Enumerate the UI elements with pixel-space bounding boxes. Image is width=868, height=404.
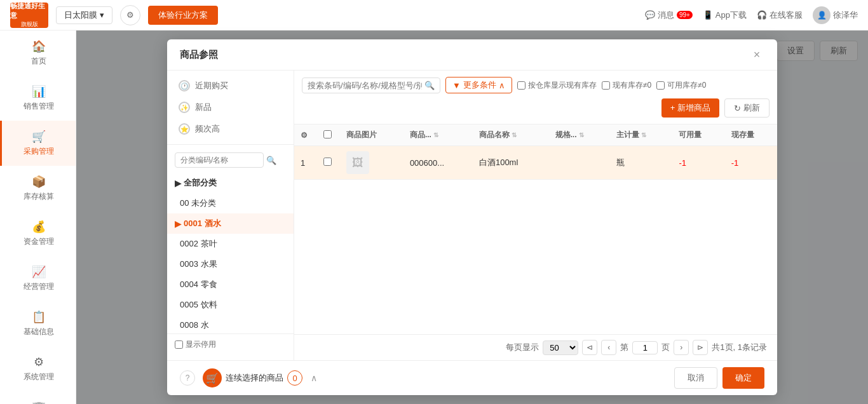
sidebar-item-purchase[interactable]: 🛒 采购管理 [0,121,76,166]
filter-button[interactable]: ▼ 更多条件 ∧ [445,77,512,93]
available-nonzero-checkbox[interactable]: 可用库存≠0 [656,80,706,91]
category-list: ▶ 全部分类 00 未分类 ▶ 0001 酒水 0002 茶 [167,170,294,333]
gear-button[interactable]: ⚙ [120,5,140,25]
logo-text: 畅捷通好生意 [10,1,48,20]
nav-item-label: 近期购买 [195,80,228,91]
cancel-button[interactable]: 取消 [674,367,717,389]
modal-right-panel: 🔍 ▼ 更多条件 ∧ 按仓库显示现有库存 [294,71,777,360]
first-page-button[interactable]: ⊲ [582,340,597,355]
app-download-button[interactable]: 📱 App下载 [703,10,747,21]
table-row[interactable]: 1 🖼 000600... 白酒100ml 瓶 [294,146,777,180]
th-product-name[interactable]: 商品名称 ⇅ [473,125,549,146]
refresh-icon: ↻ [734,104,741,113]
sidebar-item-finance[interactable]: 💰 资金管理 [0,211,76,256]
username: 徐泽华 [833,10,858,21]
product-reference-modal: 商品参照 × 🕐 近期购买 ✨ 新品 [167,39,777,395]
th-unit[interactable]: 主计量 ⇅ [610,125,673,146]
disabled-checkbox-input[interactable] [175,340,183,349]
store-name: 日太阳膜 [64,10,97,21]
per-page-select[interactable]: 50 100 [543,340,578,355]
cart-count: 0 [287,370,302,386]
system-icon: ⚙ [34,355,44,369]
modal-header: 商品参照 × [167,39,777,71]
message-badge: 99+ [677,11,693,19]
help-button[interactable]: ? [180,370,195,386]
row-stock: -1 [725,146,777,180]
frequent-icon: ⭐ [179,123,190,135]
last-page-button[interactable]: ⊳ [693,340,708,355]
confirm-button[interactable]: 确定 [722,367,764,389]
cart-collapse-icon[interactable]: ∧ [306,370,322,386]
per-page-label: 每页显示 [506,342,539,353]
category-search-input[interactable] [175,152,264,168]
refresh-label: 刷新 [743,102,760,114]
cat-item-all[interactable]: ▶ 全部分类 [167,173,294,193]
add-product-button[interactable]: + 新增商品 [661,98,719,118]
nav-item-recent[interactable]: 🕐 近期购买 [172,76,288,96]
sidebar-item-home[interactable]: 🏠 首页 [0,30,76,76]
purchase-icon: 🛒 [32,130,46,144]
cat-item-alcohol[interactable]: ▶ 0001 酒水 [167,213,294,234]
filter-icon: ▼ [452,81,461,90]
nav-item-frequent[interactable]: ⭐ 频次高 [172,119,288,139]
stock-nonzero-checkbox[interactable]: 现有库存≠0 [602,80,651,91]
warehouse-stock-checkbox[interactable]: 按仓库显示现有库存 [517,80,597,91]
sidebar-item-label: 系统管理 [24,372,54,382]
sidebar-item-label: 资金管理 [24,236,54,247]
row-check-input[interactable] [323,158,332,166]
cat-item-snacks[interactable]: 0004 零食 [167,274,294,295]
sidebar-item-operations[interactable]: 📈 经营管理 [0,256,76,301]
sidebar-item-inventory[interactable]: 📦 库存核算 [0,166,76,211]
cat-item-tea[interactable]: 0002 茶叶 [167,234,294,254]
sidebar-item-system[interactable]: ⚙ 系统管理 [0,346,76,391]
th-available: 可用量 [672,125,724,146]
cat-item-fruit[interactable]: 0003 水果 [167,254,294,274]
sidebar-item-basic-info[interactable]: 📋 基础信息 [0,301,76,346]
sidebar-item-sales[interactable]: 📊 销售管理 [0,76,76,121]
modal-close-button[interactable]: × [749,47,764,62]
cat-item-uncategorized[interactable]: 00 未分类 [167,193,294,213]
cat-item-drinks[interactable]: 0005 饮料 [167,295,294,315]
product-image: 🖼 [346,151,369,174]
trial-button[interactable]: 体验行业方案 [148,6,218,25]
message-button[interactable]: 💬 消息 99+ [645,10,693,21]
cart-select-button[interactable]: 🛒 连续选择的商品 0 ∧ [203,368,322,387]
home-icon: 🏠 [32,39,46,53]
th-spec[interactable]: 规格... ⇅ [549,125,610,146]
product-table-wrapper: ⚙ 商品图片 商品... ⇅ 商品名称 ⇅ 规格... ⇅ 主计量 ⇅ 可用量 [294,125,777,334]
refresh-product-button[interactable]: ↻ 刷新 [724,98,770,118]
chevron-down-icon: ▾ [100,10,104,20]
search-icon[interactable]: 🔍 [424,81,435,90]
sidebar-item-label: 销售管理 [24,101,54,112]
product-search-input[interactable] [308,81,422,90]
expand-icon: ▶ [175,178,181,188]
footer-actions: 取消 确定 [674,367,764,389]
select-all-checkbox[interactable] [323,130,332,138]
available-nonzero-input[interactable] [656,81,665,90]
cart-label: 连续选择的商品 [226,372,283,384]
gear-icon: ⚙ [126,10,134,20]
row-product-name: 白酒100ml [473,146,549,180]
th-product-code[interactable]: 商品... ⇅ [403,125,473,146]
online-service-button[interactable]: 🎧 在线客服 [757,10,803,21]
sidebar-item-enterprise[interactable]: 🏢 企业协同 [0,391,76,404]
user-menu[interactable]: 👤 徐泽华 [813,6,858,24]
cat-label: 全部分类 [184,177,217,189]
row-checkbox[interactable] [317,146,340,180]
product-table: ⚙ 商品图片 商品... ⇅ 商品名称 ⇅ 规格... ⇅ 主计量 ⇅ 可用量 [294,125,777,180]
next-page-button[interactable]: › [674,340,689,355]
cat-item-water[interactable]: 0008 水 [167,315,294,333]
show-disabled-checkbox[interactable]: 显示停用 [175,339,216,350]
search-icon[interactable]: 🔍 [266,156,276,165]
nav-item-new[interactable]: ✨ 新品 [172,97,288,118]
warehouse-stock-input[interactable] [517,81,526,90]
prev-page-button[interactable]: ‹ [601,340,616,355]
page-number-input[interactable] [632,341,658,354]
th-product-img: 商品图片 [340,125,403,146]
logo: 畅捷通好生意 旗舰版 [10,3,48,28]
app-label: App下载 [715,10,747,21]
th-checkbox [317,125,340,146]
filter-arrow-icon: ∧ [499,81,505,90]
store-selector[interactable]: 日太阳膜 ▾ [56,6,112,24]
stock-nonzero-input[interactable] [602,81,610,90]
